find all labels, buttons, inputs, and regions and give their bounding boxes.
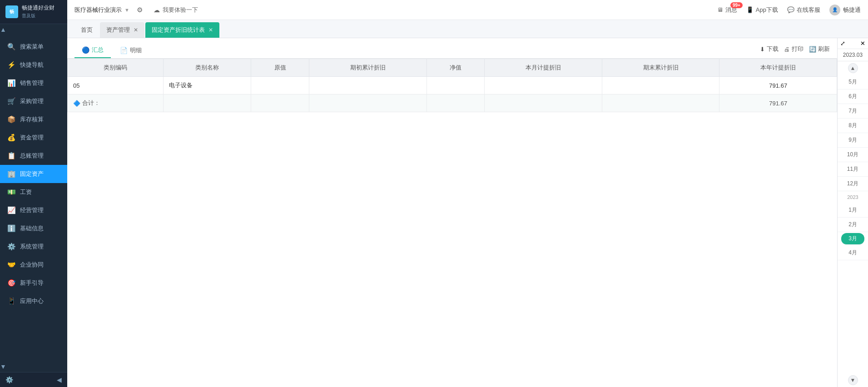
total-icon: 🔷 [73,100,80,107]
sub-tab-bar: 🔵 汇总📄 明细 ⬇ 下载 🖨 打印 🔄 刷 [67,38,837,59]
print-icon: 🖨 [784,46,790,53]
tab-close-icon[interactable]: ✕ [134,27,138,33]
sidebar-item-ledger[interactable]: 📋 总账管理 [0,147,67,165]
sidebar-item-sales[interactable]: 📊 销售管理 [0,74,67,92]
experience-label: 我要体验一下 [163,6,198,14]
sidebar-scroll-down[interactable]: ▼ [0,361,67,372]
app-logo: 畅 [5,5,18,18]
timeline-top-controls: ⤢ ✕ [838,38,868,49]
close-icon[interactable]: ✕ [860,40,865,47]
settings-icon[interactable]: ⚙️ [5,376,13,383]
sidebar-item-newbie[interactable]: 🎯 新手引导 [0,274,67,292]
system-icon: ⚙️ [7,243,15,251]
sidebar-footer: ⚙️ ◀ [0,372,67,387]
sidebar-item-purchase[interactable]: 🛒 采购管理 [0,92,67,110]
sidebar-item-operations[interactable]: 📈 经营管理 [0,201,67,219]
main-panel: 🔵 汇总📄 明细 ⬇ 下载 🖨 打印 🔄 刷 [67,38,837,387]
sidebar-item-basic-info[interactable]: ℹ️ 基础信息 [0,219,67,238]
total-label: 合计： [82,99,100,107]
sidebar-item-label: 应用中心 [20,297,44,305]
timeline-month-10[interactable]: 10月 [838,148,868,162]
total-cell [163,94,251,112]
download-button[interactable]: ⬇ 下载 [760,45,779,53]
online-support-icon: 💬 [787,6,794,13]
sub-tabs: 🔵 汇总📄 明细 [74,43,149,58]
print-button[interactable]: 🖨 打印 [784,45,804,53]
messages-badge: 99+ [730,2,743,8]
sub-tab-summary[interactable]: 🔵 汇总 [74,43,111,58]
avatar: 👤 [829,5,840,15]
sidebar-item-label: 总账管理 [20,152,44,160]
sidebar-item-quick-nav[interactable]: ⚡ 快捷导航 [0,56,67,74]
sidebar-item-capital[interactable]: 💰 资金管理 [0,129,67,147]
col-header: 期初累计折旧 [309,59,427,77]
main-area: 医疗器械行业演示 ▼ ⚙ ☁ 我要体验一下 🖥 消息99+📱 App下载💬 在线… [67,0,868,387]
capital-icon: 💰 [7,134,15,142]
app-download-action[interactable]: 📱 App下载 [746,6,778,14]
timeline-month-2[interactable]: 2月 [838,218,868,232]
company-selector[interactable]: 医疗器械行业演示 ▼ [74,6,129,14]
sidebar-item-label: 快捷导航 [20,61,44,69]
timeline-month-11[interactable]: 11月 [838,162,868,177]
timeline-month-7[interactable]: 7月 [838,104,868,119]
timeline-month-3[interactable]: 3月 [841,233,864,245]
sidebar-item-label: 系统管理 [20,243,44,251]
sub-tab-icon-summary: 🔵 [82,46,89,54]
tab-depreciation-report[interactable]: 固定资产折旧统计表✕ [145,22,219,38]
total-cell [485,94,602,112]
total-cell [251,94,309,112]
timeline-month-5[interactable]: 5月 [838,75,868,89]
company-name: 医疗器械行业演示 [74,6,122,14]
sidebar-item-system[interactable]: ⚙️ 系统管理 [0,238,67,256]
messages-action[interactable]: 🖥 消息99+ [717,6,737,14]
timeline-scroll[interactable]: 5月6月7月8月9月10月11月12月20231月2月3月4月 [838,75,868,373]
tab-close-icon[interactable]: ✕ [208,27,213,33]
refresh-icon: 🔄 [809,46,816,53]
timeline-nav-down[interactable]: ▼ [848,375,858,385]
table-cell [485,77,602,94]
col-header: 类别名称 [163,59,251,77]
sidebar-item-payroll[interactable]: 💵 工资 [0,183,67,201]
sidebar-item-inventory[interactable]: 📦 库存核算 [0,110,67,129]
sub-tab-detail[interactable]: 📄 明细 [113,43,149,58]
sidebar-item-fixed-assets[interactable]: 🏢 固定资产 [0,165,67,183]
tab-label: 首页 [81,26,93,34]
operations-icon: 📈 [7,206,15,214]
experience-button[interactable]: ☁ 我要体验一下 [154,6,198,14]
table-cell: 电子设备 [163,77,251,94]
timeline-month-6[interactable]: 6月 [838,89,868,104]
online-support-action[interactable]: 💬 在线客服 [787,6,820,14]
username: 畅捷通 [843,6,861,14]
sub-tab-label: 明细 [130,46,142,55]
total-cell [427,94,485,112]
sidebar-item-label: 采购管理 [20,97,44,105]
timeline-month-8[interactable]: 8月 [838,119,868,133]
timeline-nav-up[interactable]: ▲ [848,63,858,73]
sidebar-item-search[interactable]: 🔍 搜索菜单 [0,38,67,56]
sidebar-item-label: 资金管理 [20,134,44,142]
sidebar-item-label: 基础信息 [20,224,44,233]
timeline-month-1[interactable]: 1月 [838,203,868,218]
col-header: 类别编码 [68,59,164,77]
refresh-button[interactable]: 🔄 刷新 [809,45,830,53]
sidebar-item-label: 销售管理 [20,79,44,87]
tab-asset-mgmt[interactable]: 资产管理✕ [100,22,144,38]
timeline-month-4[interactable]: 4月 [838,246,868,260]
table-cell [251,77,309,94]
tab-home[interactable]: 首页 [74,22,99,38]
sidebar-item-app-center[interactable]: 📱 应用中心 [0,292,67,310]
depreciation-table: 类别编码类别名称原值期初累计折旧净值本月计提折旧期末累计折旧本年计提折旧 05电… [67,59,837,112]
timeline-month-9[interactable]: 9月 [838,133,868,148]
user-menu[interactable]: 👤 畅捷通 [829,5,861,15]
total-cell [602,94,719,112]
timeline-month-12[interactable]: 12月 [838,177,868,191]
collapse-icon[interactable]: ◀ [57,376,62,383]
app-download-icon: 📱 [746,6,754,13]
expand-icon[interactable]: ⤢ [840,40,845,47]
cloud-icon: ☁ [154,6,160,14]
sidebar-item-enterprise[interactable]: 🤝 企业协同 [0,256,67,274]
sidebar-scroll-up[interactable]: ▲ [0,24,67,35]
topbar-settings-icon[interactable]: ⚙ [137,6,143,14]
sidebar-item-label: 工资 [20,188,32,196]
basic-info-icon: ℹ️ [7,224,15,233]
